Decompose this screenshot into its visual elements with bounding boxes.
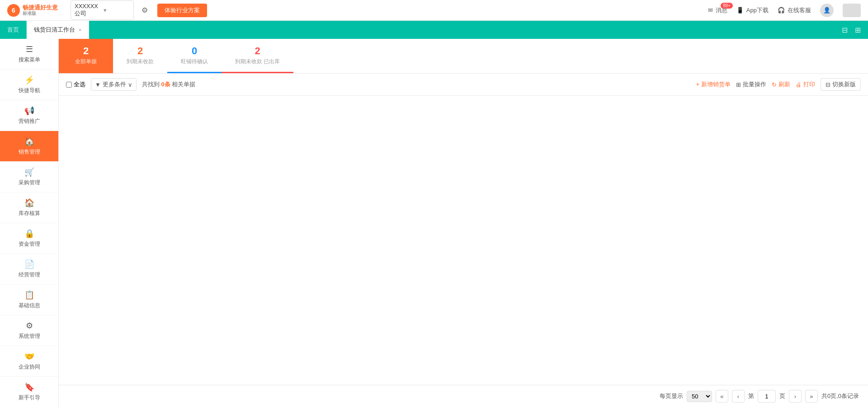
prev-page-button[interactable]: ‹ xyxy=(732,390,745,402)
batch-operation-button[interactable]: ⊞ 批量操作 xyxy=(736,80,766,89)
sidebar-inventory-label: 库存核算 xyxy=(19,210,40,217)
company-selector[interactable]: XXXXXX公司 ▾ xyxy=(71,0,134,20)
stat-unshipped-count: 2 xyxy=(255,45,260,57)
print-button[interactable]: 🖨 打印 xyxy=(796,80,815,89)
beginner-icon: 🔖 xyxy=(24,382,34,392)
select-all-checkbox[interactable] xyxy=(66,82,72,88)
sidebar-enterprise-label: 企业协同 xyxy=(19,363,40,371)
sidebar-item-operations[interactable]: 📄 经营管理 xyxy=(0,254,58,285)
tab-bar: 首页 钱货日清工作台 × ⊟ ⊞ xyxy=(0,21,868,39)
experience-button[interactable]: 体验行业方案 xyxy=(157,4,207,17)
total-records-label: 共0页,0条记录 xyxy=(821,392,859,400)
avatar-icon: 👤 xyxy=(823,7,830,14)
settings-icon[interactable]: ⚙ xyxy=(137,3,152,18)
per-page-select[interactable]: 50 10 20 100 xyxy=(687,391,712,402)
operations-icon: 📄 xyxy=(24,259,34,269)
sidebar-item-quick-nav[interactable]: ⚡ 快捷导航 xyxy=(0,70,58,100)
switch-version-button[interactable]: ⊟ 切换新版 xyxy=(821,78,861,91)
first-page-button[interactable]: « xyxy=(716,390,728,402)
sidebar-purchase-label: 采购管理 xyxy=(19,179,40,187)
stat-all-label: 全部单据 xyxy=(75,58,97,65)
stat-wangpu-count: 0 xyxy=(192,45,197,57)
add-sales-order-button[interactable]: + 新增销货单 xyxy=(696,80,731,89)
finance-icon: 🔒 xyxy=(24,229,34,239)
sidebar-base-info-label: 基础信息 xyxy=(19,302,40,309)
header-right: ✉ 消息 99+ 📱 App下载 🎧 在线客服 👤 xyxy=(708,4,861,17)
logo-text: 畅捷通好生意 标准版 xyxy=(23,4,58,17)
system-icon: ⚙ xyxy=(26,321,33,331)
toolbar-right: + 新增销货单 ⊞ 批量操作 ↻ 刷新 🖨 打印 ⊟ 切换新版 xyxy=(696,78,861,91)
message-icon: ✉ xyxy=(708,7,713,14)
stat-all-count: 2 xyxy=(83,45,89,57)
sidebar-quick-nav-label: 快捷导航 xyxy=(19,87,40,94)
batch-label: 批量操作 xyxy=(743,80,766,89)
sidebar-item-purchase[interactable]: 🛒 采购管理 xyxy=(0,162,58,192)
online-service-label: 在线客服 xyxy=(788,6,811,14)
logo-sub: 标准版 xyxy=(23,11,58,16)
refresh-button[interactable]: ↻ 刷新 xyxy=(772,80,790,89)
table-empty-message xyxy=(59,96,868,276)
sidebar-item-beginner[interactable]: 🔖 新手引导 xyxy=(0,377,58,407)
main-layout: ☰ 搜索菜单 ⚡ 快捷导航 📢 营销推广 🏠 销售管理 🛒 采购管理 🏠 库存核… xyxy=(0,39,868,407)
toolbar-left: 全选 ▼ 更多条件 ∨ 共找到 0条 相关单据 xyxy=(66,78,691,91)
filter-icon: ▼ xyxy=(95,81,101,88)
sidebar-item-system[interactable]: ⚙ 系统管理 xyxy=(0,315,58,346)
top-header: 6 畅捷通好生意 标准版 XXXXXX公司 ▾ ⚙ 体验行业方案 ✉ 消息 99… xyxy=(0,0,868,21)
sidebar-item-enterprise[interactable]: 🤝 企业协同 xyxy=(0,346,58,377)
tab-home[interactable]: 首页 xyxy=(0,21,27,39)
tab-minimize-button[interactable]: ⊟ xyxy=(840,24,849,36)
per-page-label: 每页显示 xyxy=(660,392,683,400)
stat-overdue-label: 到期未收款 xyxy=(127,58,154,65)
tab-maximize-button[interactable]: ⊞ xyxy=(853,24,863,36)
found-suffix: 相关单据 xyxy=(172,81,195,88)
sidebar-item-marketing[interactable]: 📢 营销推广 xyxy=(0,100,58,131)
tab-close-icon[interactable]: × xyxy=(79,27,81,33)
refresh-icon: ↻ xyxy=(772,81,777,88)
logo-icon: 6 xyxy=(7,4,20,17)
select-all-label: 全选 xyxy=(74,80,85,89)
refresh-label: 刷新 xyxy=(778,80,790,89)
avatar[interactable]: 👤 xyxy=(820,4,834,17)
stats-tabs: 2 全部单据 2 到期未收款 0 旺铺待确认 2 到期未收款 已出库 xyxy=(59,39,868,74)
sidebar-item-finance[interactable]: 🔒 资金管理 xyxy=(0,223,58,254)
base-info-icon: 📋 xyxy=(24,290,34,300)
stat-tab-wangpu[interactable]: 0 旺铺待确认 xyxy=(167,39,222,73)
quick-nav-icon: ⚡ xyxy=(24,75,34,85)
stat-wangpu-label: 旺铺待确认 xyxy=(181,58,208,65)
page-label-end: 页 xyxy=(779,392,785,400)
messages-button[interactable]: ✉ 消息 99+ xyxy=(708,6,727,14)
filter-button[interactable]: ▼ 更多条件 ∨ xyxy=(91,78,137,91)
switch-label: 切换新版 xyxy=(832,80,856,89)
tab-active[interactable]: 钱货日清工作台 × xyxy=(27,21,89,39)
sidebar-search-menu-label: 搜索菜单 xyxy=(19,56,40,64)
logo-main: 畅捷通好生意 xyxy=(23,4,58,11)
download-icon: 📱 xyxy=(736,7,744,14)
select-all-checkbox-area[interactable]: 全选 xyxy=(66,80,85,89)
found-text: 共找到 0条 相关单据 xyxy=(142,80,195,89)
search-menu-icon: ☰ xyxy=(26,44,33,54)
inventory-icon: 🏠 xyxy=(24,198,34,208)
switch-icon: ⊟ xyxy=(826,81,830,88)
found-prefix: 共找到 xyxy=(142,81,160,88)
stat-tab-all[interactable]: 2 全部单据 xyxy=(59,39,113,73)
chevron-down-icon: ▾ xyxy=(104,7,130,14)
sidebar-item-inventory[interactable]: 🏠 库存核算 xyxy=(0,192,58,223)
table-area xyxy=(59,96,868,385)
last-page-button[interactable]: » xyxy=(805,390,818,402)
sidebar-item-sales[interactable]: 🏠 销售管理 xyxy=(0,131,58,162)
filter-chevron-icon: ∨ xyxy=(128,81,132,88)
app-download-button[interactable]: 📱 App下载 xyxy=(736,6,769,14)
tab-bar-actions: ⊟ ⊞ xyxy=(840,24,868,36)
user-name-display[interactable] xyxy=(843,4,861,17)
sidebar-item-base-info[interactable]: 📋 基础信息 xyxy=(0,285,58,315)
next-page-button[interactable]: › xyxy=(789,390,802,402)
sidebar-operations-label: 经营管理 xyxy=(19,271,40,279)
current-page-input[interactable] xyxy=(758,390,776,402)
sidebar-item-search-menu[interactable]: ☰ 搜索菜单 xyxy=(0,39,58,70)
toolbar: 全选 ▼ 更多条件 ∨ 共找到 0条 相关单据 + 新增销货单 ⊞ 批量操作 xyxy=(59,74,868,96)
app-download-label: App下载 xyxy=(746,6,769,14)
stat-tab-overdue-unpaid[interactable]: 2 到期未收款 xyxy=(113,39,167,73)
enterprise-icon: 🤝 xyxy=(24,351,34,361)
online-service-button[interactable]: 🎧 在线客服 xyxy=(778,6,811,14)
stat-tab-overdue-unshipped[interactable]: 2 到期未收款 已出库 xyxy=(222,39,293,73)
